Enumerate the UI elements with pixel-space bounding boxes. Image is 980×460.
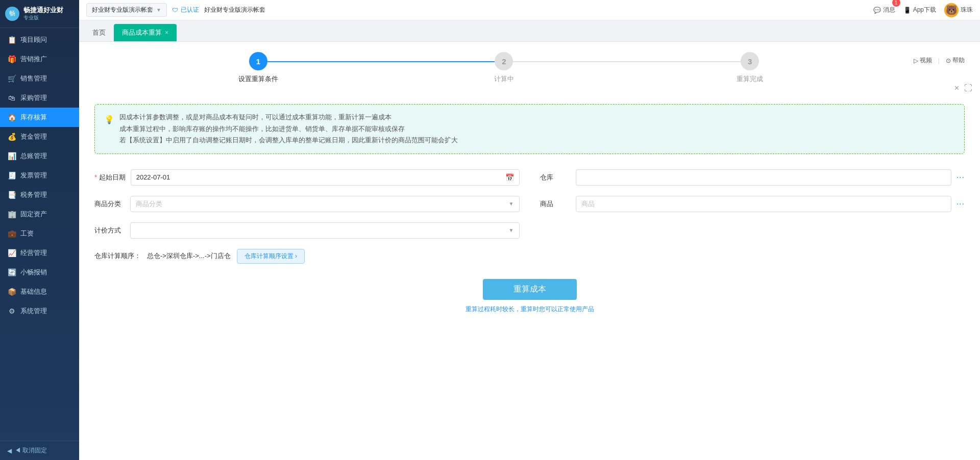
category-dropdown-icon: ▼ [509,201,514,207]
sidebar-nav: 📋 项目顾问 🎁 营销推广 🛒 销售管理 🛍 采购管理 🏠 库存核算 💰 资金管… [0,28,79,441]
sidebar-item-invoice[interactable]: 🧾 发票管理 [0,166,79,185]
warehouse-settings-label: 仓库计算顺序设置 › [244,252,297,261]
recalc-button[interactable]: 重算成本 [483,279,577,300]
main-area: 好业财专业版演示帐套 ▼ 🛡 已认证 好业财专业版演示帐套 💬 消息 1 📱 A… [79,0,980,460]
video-link[interactable]: ▷ 视频 [914,56,932,65]
dropdown-icon: ▼ [156,7,161,13]
sidebar-item-salary[interactable]: 💼 工资 [0,224,79,243]
goods-select-dots[interactable]: ··· [957,199,965,209]
sidebar-item-accounting[interactable]: 📊 总账管理 [0,146,79,166]
sidebar-label-invoice: 发票管理 [20,171,47,180]
sidebar-item-system[interactable]: ⚙ 系统管理 [0,301,79,321]
logo-icon: 畅 [5,7,19,21]
step-1: 1 设置重算条件 [135,52,381,84]
message-action[interactable]: 💬 消息 1 [873,6,895,14]
start-date-input[interactable]: 2022-07-01 📅 [131,169,520,186]
sidebar-item-marketing[interactable]: 🎁 营销推广 [0,49,79,69]
help-sep: | [938,57,940,64]
calendar-icon[interactable]: 📅 [505,173,514,182]
system-icon: ⚙ [7,306,16,316]
recalc-btn-label: 重算成本 [513,285,546,293]
steps-help-row: 1 设置重算条件 2 计算中 3 [94,52,965,99]
shield-icon: 🛡 [172,7,178,14]
info-line-3: 若【系统设置】中启用了自动调整记账日期时，会调整入库单的整单记账日期，因此重新计… [119,135,458,146]
help-area: ▷ 视频 | ⊙ 帮助 [914,52,965,65]
company-selector[interactable]: 好业财专业版演示帐套 ▼ [86,3,167,17]
step-2: 2 计算中 [381,52,627,84]
question-icon: ⊙ [946,57,951,64]
info-line-1: 因成本计算参数调整，或是对商品成本有疑问时，可以通过成本重算功能，重新计算一遍成… [119,112,458,123]
steps-area: 1 设置重算条件 2 计算中 3 [94,52,914,99]
app-download-action[interactable]: 📱 App下载 [903,6,936,14]
tab-cost-recalc[interactable]: 商品成本重算 × [114,24,177,41]
finance-icon: 💰 [7,132,16,141]
sidebar-label-accounting: 总账管理 [20,151,47,161]
unpin-icon: ◀ [7,447,12,454]
sidebar-item-expense[interactable]: 🔄 小畅报销 [0,263,79,282]
message-label: 消息 [883,6,895,14]
phone-icon: 📱 [903,7,911,14]
price-method-select[interactable]: ▼ [130,222,520,239]
invoice-icon: 🧾 [7,171,16,180]
operation-icon: 📈 [7,248,16,258]
sidebar-item-basic[interactable]: 📦 基础信息 [0,282,79,301]
sidebar-footer-label: ◀ 取消固定 [15,446,47,455]
price-method-dropdown-icon: ▼ [509,227,514,233]
help-link[interactable]: ⊙ 帮助 [946,56,965,65]
company-select-value: 好业财专业版演示帐套 [92,6,153,14]
start-date-label: 起始日期 [94,173,126,182]
sidebar-item-finance[interactable]: 💰 资金管理 [0,127,79,146]
tab-home[interactable]: 首页 [84,24,114,41]
goods-input[interactable]: 商品 [576,196,951,212]
price-method-label: 计价方式 [94,226,125,235]
sidebar-pin-toggle[interactable]: ◀ ◀ 取消固定 [0,441,79,460]
tabbar: 首页 商品成本重算 × [79,20,980,42]
warehouse-label: 仓库 [540,173,571,182]
app-edition: 专业版 [23,14,63,21]
inventory-icon: 🏠 [7,113,16,122]
salary-icon: 💼 [7,229,16,238]
sidebar-label-sales: 销售管理 [20,74,47,83]
tab-home-label: 首页 [92,28,106,37]
sidebar-label-project: 项目顾问 [20,35,47,44]
video-label: 视频 [920,56,932,65]
warehouse-order-value: 总仓->深圳仓库->...->门店仓 [147,251,231,261]
category-select[interactable]: 商品分类 ▼ [130,196,520,212]
goods-label: 商品 [540,199,571,209]
sidebar-item-sales[interactable]: 🛒 销售管理 [0,69,79,88]
content-inner: 1 设置重算条件 2 计算中 3 [79,42,980,460]
app-download-label: App下载 [913,6,936,14]
warehouse-order-settings-btn[interactable]: 仓库计算顺序设置 › [237,249,305,264]
sales-icon: 🛒 [7,74,16,83]
sidebar-label-tax: 税务管理 [20,190,47,199]
sidebar-item-inventory[interactable]: 🏠 库存核算 [0,108,79,127]
basic-icon: 📦 [7,287,16,296]
purchase-icon: 🛍 [7,93,16,103]
info-box: 💡 因成本计算参数调整，或是对商品成本有疑问时，可以通过成本重算功能，重新计算一… [94,104,965,154]
step-2-label: 计算中 [494,74,514,84]
sidebar-item-purchase[interactable]: 🛍 采购管理 [0,88,79,108]
recalc-note: 重算过程耗时较长，重算时您可以正常使用产品 [465,305,594,314]
form-row-warehouse: 仓库 ··· [540,169,965,186]
close-button[interactable]: × [954,84,959,93]
help-label: 帮助 [952,56,965,65]
tab-active-label: 商品成本重算 [122,28,162,37]
topbar: 好业财专业版演示帐套 ▼ 🛡 已认证 好业财专业版演示帐套 💬 消息 1 📱 A… [79,0,980,20]
tab-close-icon[interactable]: × [165,29,168,36]
warehouse-order-row: 仓库计算顺序： 总仓->深圳仓库->...->门店仓 仓库计算顺序设置 › [94,249,965,264]
sidebar-label-marketing: 营销推广 [20,55,47,64]
sidebar-item-tax[interactable]: 📑 税务管理 [0,185,79,205]
warehouse-input[interactable] [576,169,951,186]
form-grid: 起始日期 2022-07-01 📅 仓库 ··· 商品分类 [94,169,965,239]
sidebar-item-assets[interactable]: 🏢 固定资产 [0,205,79,224]
info-line-2: 成本重算过程中，影响库存账的操作均不能操作，比如进货单、销货单、库存单据不能审核… [119,123,458,135]
sidebar-item-project[interactable]: 📋 项目顾问 [0,30,79,49]
steps-container: 1 设置重算条件 2 计算中 3 [94,52,914,84]
step-2-circle: 2 [495,52,513,70]
sidebar-item-operation[interactable]: 📈 经营管理 [0,243,79,263]
warehouse-select-dots[interactable]: ··· [957,173,965,182]
warning-icon: 💡 [104,113,114,146]
user-menu[interactable]: 🐻 珠珠 [944,3,973,17]
expand-button[interactable]: ⛶ [964,84,972,93]
start-date-value: 2022-07-01 [136,173,505,181]
